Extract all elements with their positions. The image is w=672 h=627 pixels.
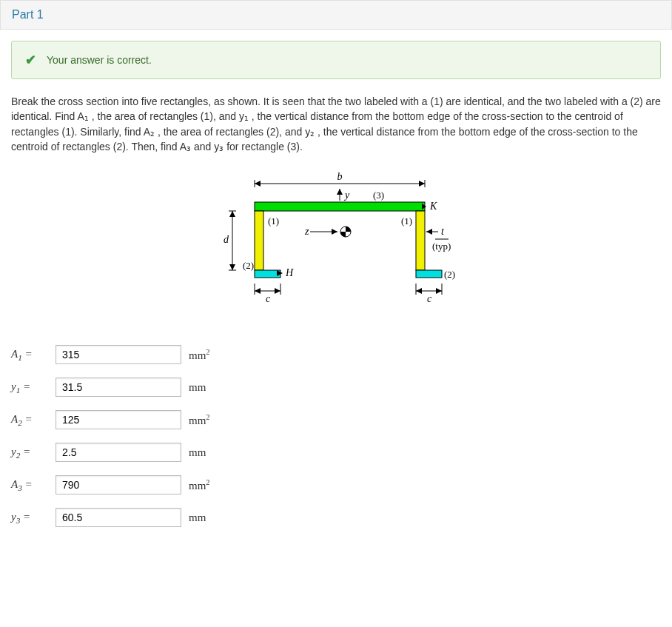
problem-statement: Break the cross section into five rectan… (11, 94, 661, 154)
svg-marker-2 (419, 181, 425, 187)
answer-row-A3: A3 = mm2 (11, 475, 661, 494)
diagram-container: b (3) K y (1) (1) d (2) (11, 172, 661, 323)
cross-section-diagram: b (3) K y (1) (1) d (2) (181, 172, 491, 321)
label-2-left: (2) (243, 260, 254, 271)
label-d: d (224, 234, 229, 245)
svg-rect-10 (416, 211, 425, 270)
svg-marker-12 (229, 211, 235, 217)
label-y: y (343, 190, 350, 201)
part-title: Part 1 (12, 8, 44, 21)
answer-label: y3 = (11, 511, 56, 525)
label-b: b (337, 172, 343, 182)
answer-row-A2: A2 = mm2 (11, 410, 661, 429)
label-t: t (441, 226, 445, 237)
answer-input-A3[interactable] (56, 475, 181, 494)
label-H: H (285, 267, 294, 278)
answers-block: A1 = mm2 y1 = mm A2 = mm2 y2 = mm A3 = m… (11, 345, 661, 527)
svg-rect-16 (255, 270, 280, 278)
answer-unit: mm (189, 512, 206, 524)
answer-row-A1: A1 = mm2 (11, 345, 661, 364)
answer-unit: mm2 (189, 478, 210, 492)
label-typ: (typ) (432, 241, 451, 252)
svg-marker-8 (337, 189, 343, 195)
answer-unit: mm2 (189, 413, 210, 427)
label-K: K (429, 201, 437, 212)
answer-input-y1[interactable] (56, 378, 181, 397)
svg-marker-32 (436, 288, 442, 294)
label-2-right: (2) (444, 269, 455, 280)
answer-unit: mm (189, 446, 206, 459)
answer-input-A1[interactable] (56, 345, 181, 364)
label-c-right: c (427, 293, 432, 304)
answer-label: y1 = (11, 380, 56, 395)
svg-marker-1 (255, 181, 261, 187)
answer-input-y3[interactable] (56, 508, 181, 527)
answer-label: A1 = (11, 348, 56, 362)
feedback-correct: ✔ Your answer is correct. (11, 41, 661, 79)
answer-unit: mm2 (189, 348, 210, 362)
label-3: (3) (373, 190, 384, 201)
feedback-text: Your answer is correct. (47, 54, 152, 66)
answer-label: A2 = (11, 413, 56, 427)
answer-unit: mm (189, 381, 206, 394)
svg-rect-17 (416, 270, 442, 278)
svg-marker-27 (275, 288, 280, 294)
answer-label: A3 = (11, 478, 56, 492)
check-icon: ✔ (25, 52, 36, 68)
svg-marker-31 (416, 288, 422, 294)
content-area: ✔ Your answer is correct. Break the cros… (0, 30, 672, 551)
svg-marker-23 (426, 229, 432, 235)
label-1-left: (1) (268, 215, 279, 227)
svg-rect-5 (255, 202, 425, 211)
svg-marker-13 (229, 264, 235, 270)
svg-marker-20 (332, 229, 337, 235)
part-header: Part 1 (0, 0, 672, 30)
svg-marker-26 (255, 288, 261, 294)
label-z: z (304, 226, 309, 237)
answer-row-y1: y1 = mm (11, 378, 661, 397)
problem-text-body: Break the cross section into five rectan… (11, 95, 661, 152)
svg-rect-9 (255, 211, 263, 270)
label-1-right: (1) (401, 215, 412, 227)
answer-label: y2 = (11, 446, 56, 460)
label-c-left: c (266, 293, 271, 304)
answer-input-y2[interactable] (56, 443, 181, 462)
answer-row-y3: y3 = mm (11, 508, 661, 527)
answer-row-y2: y2 = mm (11, 443, 661, 462)
answer-input-A2[interactable] (56, 410, 181, 429)
